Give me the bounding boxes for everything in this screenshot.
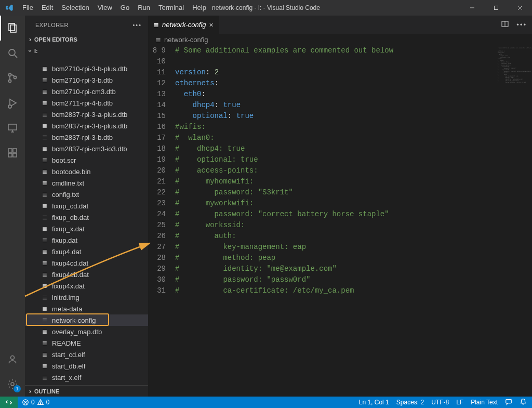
file-icon [41,202,49,210]
editor-area: ≣ network-config × ••• ≣ network-config … [148,16,532,397]
settings-gear-icon[interactable]: 1 [0,372,25,397]
tab-network-config[interactable]: ≣ network-config × [148,16,219,34]
code-editor[interactable]: 8 9 10 11 12 13 14 15 16 17 18 19 20 21 … [148,45,532,397]
file-item[interactable]: cmdline.txt [25,177,148,189]
menu-file[interactable]: File [18,0,37,16]
notifications-icon[interactable] [520,398,527,407]
minimize-button[interactable] [460,0,484,16]
file-item[interactable]: bcm2837-rpi-3-a-plus.dtb [25,109,148,120]
close-button[interactable] [508,0,532,16]
chevron-down-icon: › [26,47,34,55]
file-label: fixup4cd.dat [52,259,88,267]
file-item[interactable]: README [25,337,148,349]
file-icon [41,213,49,221]
file-icon [41,362,49,370]
activity-bar: 1 [0,16,25,397]
vscode-logo-icon [0,4,18,12]
maximize-button[interactable] [484,0,508,16]
eol-status[interactable]: LF [456,399,463,406]
file-item[interactable]: bcm2710-rpi-3-b-plus.dtb [25,63,148,74]
close-tab-icon[interactable]: × [209,21,214,29]
svg-rect-19 [13,149,17,152]
file-item[interactable]: boot.scr [25,154,148,166]
file-item[interactable]: initrd.img [25,292,148,303]
explorer-title: EXPLORER [35,22,69,28]
menu-run[interactable]: Run [134,0,154,16]
menu-selection[interactable]: Selection [57,0,93,16]
problems-indicator[interactable]: 0 0 [18,399,54,406]
file-item[interactable]: bcm2710-rpi-3-b.dtb [25,74,148,86]
file-item[interactable]: network-config [25,314,148,326]
indentation-status[interactable]: Spaces: 2 [396,399,424,406]
file-icon [41,316,49,324]
file-icon [41,110,49,119]
file-item[interactable]: overlay_map.dtb [25,326,148,337]
svg-point-6 [9,49,15,56]
file-item[interactable]: start.elf [25,383,148,385]
split-editor-icon[interactable] [501,20,509,30]
code-content[interactable]: # Some additional examples are commented… [175,45,532,397]
file-icon [41,99,49,107]
run-debug-activity-icon[interactable] [0,90,25,115]
file-item[interactable]: bcm2837-rpi-cm3-io3.dtb [25,143,148,154]
file-icon [41,350,49,359]
svg-point-10 [14,76,17,79]
line-number-gutter: 8 9 10 11 12 13 14 15 16 17 18 19 20 21 … [148,45,175,397]
file-icon [41,385,49,385]
menu-view[interactable]: View [94,0,116,16]
file-item[interactable]: start_cd.elf [25,349,148,360]
file-label: initrd.img [52,294,79,301]
file-item[interactable]: fixup_db.dat [25,212,148,223]
explorer-more-icon[interactable]: ••• [132,22,142,28]
menu-go[interactable]: Go [116,0,134,16]
file-item[interactable]: bcm2711-rpi-4-b.dtb [25,97,148,109]
file-item[interactable]: fixup4cd.dat [25,257,148,269]
remote-indicator[interactable] [0,397,18,408]
menu-terminal[interactable]: Terminal [154,0,188,16]
file-item[interactable]: fixup4x.dat [25,280,148,292]
file-item[interactable]: meta-data [25,303,148,314]
source-control-activity-icon[interactable] [0,65,25,90]
encoding-status[interactable]: UTF-8 [431,399,449,406]
file-tree[interactable]: bcm2710-rpi-3-b-plus.dtbbcm2710-rpi-3-b.… [25,57,148,385]
svg-point-9 [9,80,11,83]
file-label: bcm2837-rpi-3-b.dtb [52,134,113,141]
file-item[interactable]: bcm2710-rpi-cm3.dtb [25,86,148,97]
menu-help[interactable]: Help [188,0,210,16]
remote-explorer-activity-icon[interactable] [0,115,25,140]
minimap[interactable]: # Some additional examples are commented… [496,45,532,397]
title-bar: FileEditSelectionViewGoRunTerminalHelp n… [0,0,532,16]
file-icon [41,64,49,73]
language-mode[interactable]: Plain Text [471,399,498,406]
svg-rect-16 [8,149,12,152]
file-icon [41,156,49,164]
file-item[interactable]: bcm2837-rpi-3-b-plus.dtb [25,120,148,131]
accounts-icon[interactable] [0,347,25,372]
outline-section[interactable]: › OUTLINE [25,385,148,397]
file-icon [41,247,49,256]
file-item[interactable]: bcm2837-rpi-3-b.dtb [25,131,148,143]
cursor-position[interactable]: Ln 1, Col 1 [359,399,389,406]
error-count: 0 [31,399,35,406]
file-item[interactable]: bootcode.bin [25,166,148,177]
file-item[interactable]: fixup4db.dat [25,269,148,280]
file-item[interactable]: start_x.elf [25,372,148,383]
file-item[interactable]: fixup.dat [25,234,148,246]
search-activity-icon[interactable] [0,41,25,65]
file-item[interactable]: fixup_x.dat [25,223,148,234]
folder-root-section[interactable]: › I: [25,45,148,57]
file-item[interactable]: fixup_cd.dat [25,200,148,212]
breadcrumb[interactable]: ≣ network-config [148,34,532,45]
file-icon [41,305,49,313]
extensions-activity-icon[interactable] [0,140,25,165]
menu-edit[interactable]: Edit [37,0,57,16]
file-icon [41,327,49,336]
file-item[interactable]: config.txt [25,189,148,200]
file-item[interactable]: start_db.elf [25,360,148,372]
svg-rect-5 [10,25,16,32]
more-actions-icon[interactable]: ••• [516,21,527,29]
file-item[interactable]: fixup4.dat [25,246,148,257]
feedback-icon[interactable] [505,398,512,407]
explorer-activity-icon[interactable] [0,16,25,41]
open-editors-section[interactable]: › OPEN EDITORS [25,34,148,45]
